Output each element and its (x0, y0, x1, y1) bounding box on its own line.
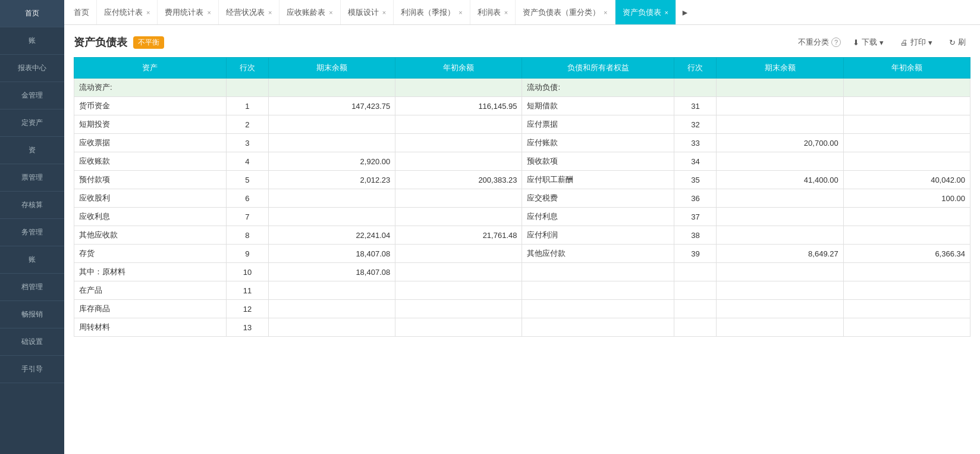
tab-payable-stats[interactable]: 应付统计表 × (97, 0, 158, 25)
tab-operation-status[interactable]: 经营状况表 × (219, 0, 279, 25)
table-row[interactable]: 其他应收款 8 22,241.04 21,761.48 应付利润 38 (74, 226, 970, 245)
tab-profit[interactable]: 利润表 × (470, 0, 516, 25)
tab-profit-quarterly[interactable]: 利润表（季报） × (394, 0, 470, 25)
table-row[interactable]: 应收利息 7 应付利息 37 (74, 208, 970, 226)
refresh-button[interactable]: ↻ 刷 (944, 35, 970, 50)
section-right-label: 流动负债: (522, 79, 674, 97)
left-name: 应收股利 (74, 189, 227, 208)
tab-close-payable-stats[interactable]: × (146, 9, 150, 16)
left-line: 2 (226, 115, 268, 134)
sidebar-item-cash-management[interactable]: 金管理 (0, 82, 64, 109)
right-year-start (843, 281, 970, 300)
right-line: 37 (674, 208, 717, 226)
tab-close-operation-status[interactable]: × (268, 9, 272, 16)
sidebar-item-expense[interactable]: 畅报销 (0, 301, 64, 328)
left-end-balance: 18,407.08 (268, 245, 395, 263)
sidebar-item-report-center[interactable]: 报表中心 (0, 55, 64, 82)
table-row[interactable]: 其中：原材料 10 18,407.08 (74, 263, 970, 281)
right-end-balance (717, 208, 843, 226)
sidebar: 首页 账 报表中心 金管理 定资产 资 票管理 存核算 务管理 账 档管理 畅报… (0, 0, 64, 454)
left-year-start (395, 134, 522, 152)
table-row[interactable]: 库存商品 12 (74, 300, 970, 318)
sidebar-item-business-management[interactable]: 务管理 (0, 219, 64, 246)
sidebar-item-capital[interactable]: 资 (0, 137, 64, 164)
right-line: 32 (674, 115, 717, 134)
table-row[interactable]: 货币资金 1 147,423.75 116,145.95 短期借款 31 (74, 97, 970, 115)
tab-close-receivable-aging[interactable]: × (329, 9, 332, 16)
left-year-start (395, 115, 522, 134)
page-title-area: 资产负债表 不平衡 (74, 35, 164, 49)
left-line: 7 (226, 208, 268, 226)
tab-home[interactable]: 首页 (67, 0, 97, 25)
tab-close-profit[interactable]: × (504, 9, 508, 16)
sidebar-item-account[interactable]: 账 (0, 27, 64, 55)
right-line: 34 (674, 152, 717, 171)
sidebar-item-inventory[interactable]: 存核算 (0, 192, 64, 219)
tab-expense-stats[interactable]: 费用统计表 × (158, 0, 218, 25)
tab-balance-reclassified[interactable]: 资产负债表（重分类） × (516, 0, 615, 25)
left-line: 1 (226, 97, 268, 115)
download-button[interactable]: ⬇ 下载 ▾ (848, 35, 888, 50)
right-end-balance (717, 318, 843, 337)
right-year-start: 40,042.00 (843, 171, 970, 189)
left-line: 6 (226, 189, 268, 208)
table-row[interactable]: 应收账款 4 2,920.00 预收款项 34 (74, 152, 970, 171)
left-year-start (395, 245, 522, 263)
left-end-balance (268, 318, 395, 337)
sidebar-item-archive[interactable]: 档管理 (0, 274, 64, 301)
tab-close-balance-sheet[interactable]: × (665, 9, 668, 16)
page-title: 资产负债表 (74, 35, 127, 49)
col-liability: 负债和所有者权益 (522, 58, 674, 79)
left-end-balance (268, 281, 395, 300)
left-line: 3 (226, 134, 268, 152)
right-line (674, 263, 717, 281)
table-row[interactable]: 在产品 11 (74, 281, 970, 300)
left-end-balance (268, 208, 395, 226)
table-row[interactable]: 周转材料 13 (74, 318, 970, 337)
download-chevron-icon: ▾ (880, 38, 884, 47)
table-row[interactable]: 短期投资 2 应付票据 32 (74, 115, 970, 134)
left-end-balance (268, 189, 395, 208)
tab-balance-sheet[interactable]: 资产负债表 × (615, 0, 676, 25)
tab-receivable-aging[interactable]: 应收账龄表 × (279, 0, 340, 25)
table-row[interactable]: 应收票据 3 应付账款 33 20,700.00 (74, 134, 970, 152)
tab-bar: 首页 应付统计表 × 费用统计表 × 经营状况表 × 应收账龄表 × 模版设计 … (64, 0, 980, 25)
sidebar-item-ticket-management[interactable]: 票管理 (0, 164, 64, 192)
col-asset: 资产 (74, 58, 227, 79)
left-name: 周转材料 (74, 318, 227, 337)
table-row[interactable]: 预付款项 5 2,012.23 200,383.23 应付职工薪酬 35 41,… (74, 171, 970, 189)
download-icon: ⬇ (853, 38, 859, 47)
print-button[interactable]: 🖨 打印 ▾ (896, 35, 937, 50)
left-line: 8 (226, 226, 268, 245)
page-header: 资产负债表 不平衡 不重分类 ? ⬇ 下载 ▾ 🖨 打印 ▾ (74, 35, 970, 50)
right-name: 短期借款 (522, 97, 674, 115)
table-row[interactable]: 存货 9 18,407.08 其他应付款 39 8,649.27 6,366.3… (74, 245, 970, 263)
right-end-balance (717, 152, 843, 171)
print-icon: 🖨 (900, 38, 908, 47)
tab-close-expense-stats[interactable]: × (207, 9, 211, 16)
left-year-start (395, 152, 522, 171)
table-row[interactable]: 应收股利 6 应交税费 36 100.00 (74, 189, 970, 208)
right-end-balance (717, 281, 843, 300)
right-line (674, 281, 717, 300)
col-end-balance1: 期末余额 (268, 58, 395, 79)
sidebar-item-ledger[interactable]: 账 (0, 246, 64, 274)
left-end-balance: 2,012.23 (268, 171, 395, 189)
right-year-start (843, 226, 970, 245)
tab-close-template-design[interactable]: × (382, 9, 386, 16)
right-year-start (843, 208, 970, 226)
tab-template-design[interactable]: 模版设计 × (341, 0, 394, 25)
sidebar-item-settings[interactable]: 础设置 (0, 328, 64, 356)
sidebar-item-fixed-assets[interactable]: 定资产 (0, 109, 64, 137)
tab-close-profit-quarterly[interactable]: × (458, 9, 462, 16)
tab-close-balance-reclassified[interactable]: × (604, 9, 607, 16)
right-name: 应付利润 (522, 226, 674, 245)
left-year-start (395, 318, 522, 337)
left-year-start: 21,761.48 (395, 226, 522, 245)
no-reclassify-toggle[interactable]: 不重分类 ? (798, 37, 841, 48)
left-line: 9 (226, 245, 268, 263)
sidebar-item-guide[interactable]: 手引导 (0, 356, 64, 383)
sidebar-item-home[interactable]: 首页 (0, 0, 64, 27)
tab-scroll-right[interactable]: ► (676, 8, 694, 17)
left-year-start: 116,145.95 (395, 97, 522, 115)
